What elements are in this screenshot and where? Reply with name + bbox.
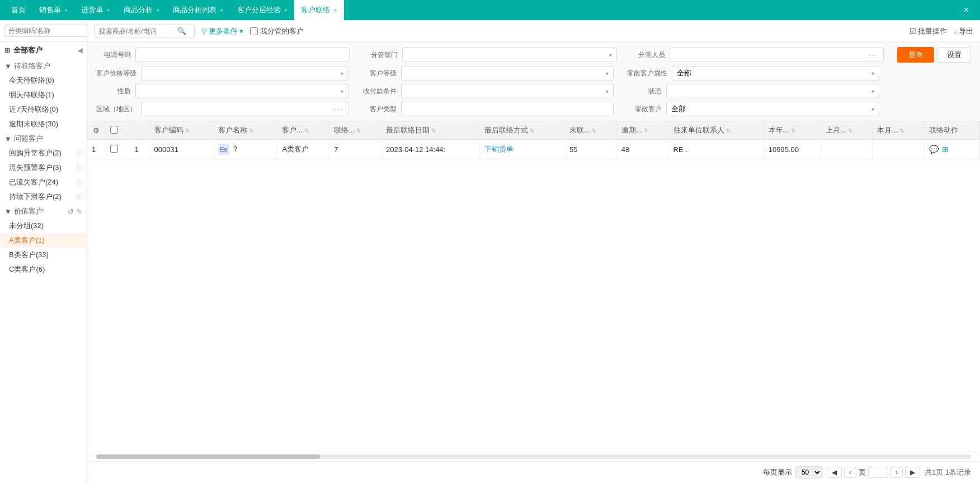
my-customers-checkbox[interactable]	[250, 27, 258, 35]
sidebar-item-repurchase-abnormal[interactable]: 回购异常客户(2) ⓘ	[0, 146, 87, 160]
filter-cell-region: 区域（地区） ···	[96, 102, 348, 116]
adv-filter-row-1: 电话号码 分管部门 ▾ 分管人员 ···	[96, 47, 971, 63]
search-input[interactable]	[99, 27, 177, 35]
filter-select-payment[interactable]: ▾	[401, 84, 614, 98]
search-icon[interactable]: 🔍	[177, 27, 186, 35]
data-table: ⚙ 客户编码⇅ 客户名称⇅ 客户...⇅ 联络...⇅ 最后联络日期⇅ 最后联络…	[87, 121, 980, 159]
first-page-button[interactable]: ◀	[827, 467, 842, 478]
sidebar-item-churned[interactable]: 已流失客户(24) ⓘ	[0, 175, 87, 190]
sort-method-icon: ⇅	[530, 127, 534, 134]
filter-select-customer-level[interactable]: ▾	[401, 66, 614, 80]
nav-customer-segment[interactable]: 客户分层经营 ×	[230, 0, 294, 20]
chevron-nature-icon: ▾	[341, 88, 343, 94]
export-button[interactable]: ↓ 导出	[954, 26, 974, 36]
filter-select-nature[interactable]: ▾	[135, 84, 348, 98]
edit-icon[interactable]: ✎	[76, 207, 82, 216]
query-button[interactable]: 查询	[897, 47, 934, 63]
filter-input-phone[interactable]	[135, 48, 350, 62]
th-name[interactable]: 客户名称⇅	[213, 121, 277, 140]
close-customer-contact-tab[interactable]: ×	[333, 7, 337, 13]
close-sales-tab[interactable]: ×	[64, 7, 68, 13]
main-layout: 🔍 ⊞ 全部客户 ◀ ▼ 待联络客户 今天待联络(0) 明天待联络(1) 近7天…	[0, 20, 980, 483]
th-code[interactable]: 客户编码⇅	[149, 121, 213, 140]
row-checkbox[interactable]	[110, 145, 118, 153]
sidebar-item-ungrouped[interactable]: 未分组(32)	[0, 219, 87, 233]
filter-select-manager[interactable]: ···	[670, 48, 884, 62]
page-input[interactable]: 1	[868, 467, 888, 478]
window-close-button[interactable]: ×	[957, 5, 976, 15]
nav-purchase[interactable]: 进货单 ×	[74, 0, 116, 20]
nav-customer-contact[interactable]: 客户联络 ×	[294, 0, 343, 20]
sort-this-month-icon: ⇅	[899, 127, 904, 134]
sidebar-item-declining[interactable]: 持续下滑客户(2) ⓘ	[0, 190, 87, 204]
filter-cell-phone: 电话号码	[96, 48, 350, 62]
th-type[interactable]: 客户...⇅	[277, 121, 329, 140]
prev-page-button[interactable]: ‹	[844, 467, 856, 478]
filter-label-retail: 零散客户	[627, 105, 666, 114]
th-this-month[interactable]: 本月...⇅	[873, 121, 925, 140]
th-settings[interactable]: ⚙	[87, 121, 105, 140]
per-page-select[interactable]: 50	[795, 466, 822, 479]
close-purchase-tab[interactable]: ×	[106, 7, 110, 13]
sort-contact-icon: ⇅	[356, 127, 361, 134]
th-this-year[interactable]: 本年...⇅	[764, 121, 821, 140]
select-all-checkbox[interactable]	[110, 126, 118, 134]
my-customers-checkbox-wrap[interactable]: 我分管的客户	[250, 26, 304, 36]
th-unit-contact[interactable]: 往来单位联系人⇅	[668, 121, 764, 140]
refresh-icon[interactable]: ↺	[68, 207, 74, 216]
chat-icon[interactable]: 💬	[929, 145, 939, 154]
td-last-contact-date: 2023-04-12 14:44:	[381, 140, 479, 159]
filter-select-price-level[interactable]: ▾	[141, 66, 348, 80]
sidebar-item-7days[interactable]: 近7天待联络(0)	[0, 102, 87, 117]
more-filters-button[interactable]: ▽ 更多条件 ▾	[201, 26, 243, 36]
th-contact[interactable]: 联络...⇅	[329, 121, 381, 140]
sidebar-all-customers[interactable]: ⊞ 全部客户 ◀	[0, 42, 87, 59]
th-action: 联络动作	[925, 121, 980, 140]
close-product-analysis-list-tab[interactable]: ×	[220, 7, 223, 13]
filter-select-retail[interactable]: 全部 ▾	[666, 102, 879, 116]
td-this-year: 10995.00	[764, 140, 821, 159]
th-last-month[interactable]: 上月...⇅	[821, 121, 873, 140]
filter-select-retail-attr[interactable]: 全部 ▾	[672, 66, 879, 80]
sort-name-icon: ⇅	[249, 127, 253, 134]
next-page-button[interactable]: ›	[891, 467, 903, 478]
total-label: 共1页 1条记录	[925, 467, 971, 477]
sidebar-item-tomorrow[interactable]: 明天待联络(1)	[0, 88, 87, 102]
sidebar-item-b-class[interactable]: B类客户(33)	[0, 248, 87, 262]
settings-button[interactable]: 设置	[937, 47, 971, 63]
close-customer-segment-tab[interactable]: ×	[284, 7, 288, 13]
th-last-contact-method[interactable]: 最后联络方式⇅	[480, 121, 565, 140]
sort-unit-icon: ⇅	[726, 127, 731, 134]
last-page-button[interactable]: ▶	[905, 467, 920, 478]
th-no-contact[interactable]: 未联...⇅	[564, 121, 616, 140]
close-product-analysis-tab[interactable]: ×	[156, 7, 159, 13]
filter-select-region[interactable]: ···	[141, 102, 348, 116]
scrollbar-thumb[interactable]	[96, 454, 320, 459]
nav-sales[interactable]: 销售单 ×	[32, 0, 74, 20]
sidebar-item-overdue[interactable]: 逾期未联络(30)	[0, 117, 87, 131]
sidebar-item-a-class[interactable]: A类客户(1)	[0, 233, 87, 248]
batch-op-button[interactable]: ☑ 批量操作	[910, 26, 947, 36]
arrow-icon-2: ▼	[4, 135, 12, 143]
nav-product-analysis-list[interactable]: 商品分析列表 ×	[166, 0, 230, 20]
adv-filter-row-3: 性质 ▾ 收付款条件 ▾ 状态	[96, 84, 971, 98]
filter-select-dept[interactable]: ▾	[402, 48, 616, 62]
filter-select-status[interactable]: ▾	[666, 84, 879, 98]
th-overdue[interactable]: 逾期...⇅	[616, 121, 668, 140]
pagination: 每页显示 50 ◀ ‹ 页 1 › ▶ 共1页 1条记录	[87, 461, 980, 483]
nav-home[interactable]: 首页	[4, 0, 32, 20]
td-row-num: 1	[130, 140, 149, 159]
sidebar-item-today[interactable]: 今天待联络(0)	[0, 73, 87, 88]
sidebar-item-c-class[interactable]: C类客户(6)	[0, 262, 87, 277]
sidebar-search-input[interactable]	[4, 25, 87, 37]
td-this-month	[873, 140, 925, 159]
data-table-container: ⚙ 客户编码⇅ 客户名称⇅ 客户...⇅ 联络...⇅ 最后联络日期⇅ 最后联络…	[87, 121, 980, 452]
sidebar-pending-group: ▼ 待联络客户	[0, 59, 87, 73]
nav-product-analysis[interactable]: 商品分析 ×	[117, 0, 166, 20]
th-last-contact-date[interactable]: 最后联络日期⇅	[381, 121, 479, 140]
qr-icon[interactable]: ⊞	[942, 145, 949, 154]
contact-method-link[interactable]: 下销货单	[484, 145, 513, 153]
sidebar-item-churn-warning[interactable]: 流失预警客户(3) ⓘ	[0, 160, 87, 175]
td-name: Ea？	[213, 140, 277, 159]
filter-input-customer-type[interactable]	[401, 102, 614, 116]
